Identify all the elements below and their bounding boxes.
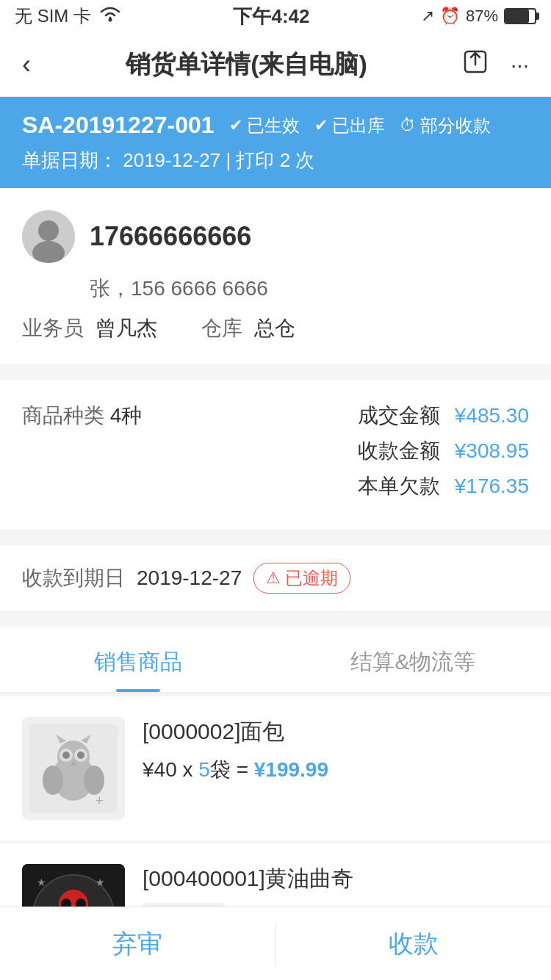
- svg-text:★: ★: [96, 876, 105, 888]
- debt-label: 本单欠款: [358, 472, 440, 500]
- status-left: 无 SIM 卡: [15, 4, 122, 28]
- product-info-1: [0000002]面包 ¥40 x 5袋 = ¥199.99: [143, 717, 529, 784]
- svg-point-0: [109, 18, 112, 22]
- customer-contact: 张，156 6666 6666: [22, 275, 529, 303]
- badge-label-1: 已生效: [247, 114, 300, 137]
- sales-person: 曾凡杰: [96, 314, 157, 342]
- debt-row: 本单欠款 ¥176.35: [358, 472, 529, 500]
- badge-shipped: ✔ 已出库: [314, 114, 385, 137]
- svg-point-10: [62, 752, 70, 759]
- date-label: 单据日期：: [22, 149, 118, 171]
- carrier-text: 无 SIM 卡: [15, 4, 91, 28]
- transaction-label: 成交金额: [358, 402, 440, 430]
- customer-avatar: [22, 210, 75, 263]
- summary-right: 成交金额 ¥485.30 收款金额 ¥308.95 本单欠款 ¥176.35: [358, 402, 529, 508]
- debt-amount: ¥176.35: [455, 475, 529, 498]
- battery-percent: 87%: [466, 7, 498, 26]
- header-date-row: 单据日期： 2019-12-27 | 打印 2 次: [22, 148, 529, 173]
- back-button[interactable]: ‹: [22, 49, 31, 80]
- abandon-review-button[interactable]: 弃审: [0, 907, 276, 980]
- product-eq-1: =: [237, 758, 254, 781]
- check-icon-1: ✔: [229, 116, 242, 135]
- collected-label: 收款金额: [358, 437, 440, 465]
- customer-top: 17666666666: [22, 210, 529, 263]
- share-icon[interactable]: [462, 48, 489, 80]
- svg-point-16: [84, 765, 104, 795]
- sales-info: 业务员 曾凡杰: [22, 314, 157, 342]
- collect-payment-button[interactable]: 收款: [276, 907, 552, 980]
- warehouse-info: 仓库 总仓: [201, 314, 295, 342]
- overdue-badge: ⚠ 已逾期: [253, 563, 350, 594]
- header-top: SA-20191227-001 ✔ 已生效 ✔ 已出库 ⏱ 部分收款: [22, 112, 529, 139]
- overdue-icon: ⚠: [266, 569, 281, 588]
- header-bar: SA-20191227-001 ✔ 已生效 ✔ 已出库 ⏱ 部分收款 单据日期：…: [0, 97, 551, 188]
- order-date: 2019-12-27: [123, 149, 220, 171]
- badge-partial: ⏱ 部分收款: [400, 114, 491, 137]
- battery-icon: [504, 8, 536, 24]
- status-right: ↗ ⏰ 87%: [421, 7, 536, 26]
- sales-label: 业务员: [22, 314, 84, 342]
- tab-products[interactable]: 销售商品: [0, 627, 276, 692]
- product-types-count: 4种: [110, 404, 143, 427]
- product-unit-price-1: ¥40: [143, 758, 177, 781]
- alarm-icon: ⏰: [440, 7, 460, 26]
- product-total-1: ¥199.99: [254, 758, 328, 781]
- svg-text:★: ★: [37, 876, 46, 888]
- collect-payment-label: 收款: [389, 927, 439, 961]
- warehouse-value: 总仓: [254, 314, 295, 342]
- product-thumb-image-1: +: [29, 724, 118, 813]
- overdue-label: 已逾期: [285, 566, 338, 590]
- product-unit-1: 袋: [210, 758, 231, 781]
- svg-point-11: [77, 752, 84, 759]
- product-thumb-1: +: [22, 717, 125, 820]
- summary-section: 商品种类 4种 成交金额 ¥485.30 收款金额 ¥308.95 本单欠款 ¥…: [0, 380, 551, 530]
- tab-settlement-label: 结算&物流等: [350, 649, 475, 674]
- product-name-2: [000400001]黄油曲奇: [143, 864, 529, 894]
- tab-products-label: 销售商品: [94, 649, 182, 674]
- product-qty-1: 5: [198, 758, 210, 781]
- tab-settlement[interactable]: 结算&物流等: [276, 627, 551, 692]
- status-bar: 无 SIM 卡 下午4:42 ↗ ⏰ 87%: [0, 0, 551, 32]
- customer-id: 17666666666: [90, 221, 251, 252]
- nav-right-actions: ···: [462, 48, 529, 80]
- svg-text:+: +: [96, 793, 104, 808]
- due-date-value: 2019-12-27: [137, 566, 242, 590]
- collected-row: 收款金额 ¥308.95: [358, 437, 529, 465]
- order-id: SA-20191227-001: [22, 112, 215, 139]
- page-title: 销货单详情(来自电脑): [126, 48, 367, 82]
- due-date-section: 收款到期日 2019-12-27 ⚠ 已逾期: [0, 545, 551, 612]
- abandon-review-label: 弃审: [112, 927, 162, 961]
- print-info: | 打印 2 次: [226, 149, 314, 171]
- product-x-1: x: [183, 758, 199, 781]
- svg-point-15: [43, 765, 63, 795]
- product-name-1: [0000002]面包: [143, 717, 529, 747]
- bottom-bar: 弃审 收款: [0, 907, 551, 980]
- badge-label-3: 部分收款: [420, 114, 491, 137]
- nav-bar: ‹ 销货单详情(来自电脑) ···: [0, 32, 551, 97]
- clock-icon: ⏱: [400, 116, 416, 135]
- summary-left: 商品种类 4种: [22, 402, 142, 430]
- check-icon-2: ✔: [314, 116, 328, 135]
- transaction-amount: ¥485.30: [455, 404, 529, 428]
- status-time: 下午4:42: [233, 4, 309, 29]
- customer-meta: 业务员 曾凡杰 仓库 总仓: [22, 314, 529, 342]
- badge-label-2: 已出库: [332, 114, 385, 137]
- wifi-icon: [98, 6, 122, 26]
- more-icon[interactable]: ···: [511, 52, 529, 77]
- location-icon: ↗: [421, 7, 434, 26]
- svg-point-3: [38, 220, 59, 241]
- badge-effective: ✔ 已生效: [229, 114, 300, 137]
- product-types-label: 商品种类: [22, 404, 104, 427]
- warehouse-label: 仓库: [201, 314, 242, 342]
- customer-section: 17666666666 张，156 6666 6666 业务员 曾凡杰 仓库 总…: [0, 188, 551, 365]
- product-price-1: ¥40 x 5袋 = ¥199.99: [143, 756, 529, 784]
- transaction-row: 成交金额 ¥485.30: [358, 402, 529, 430]
- tabs: 销售商品 结算&物流等: [0, 627, 551, 693]
- due-date-label: 收款到期日: [22, 564, 125, 592]
- product-item: + [0000002]面包 ¥40 x 5袋 = ¥199.99: [0, 696, 551, 840]
- collected-amount: ¥308.95: [455, 439, 529, 463]
